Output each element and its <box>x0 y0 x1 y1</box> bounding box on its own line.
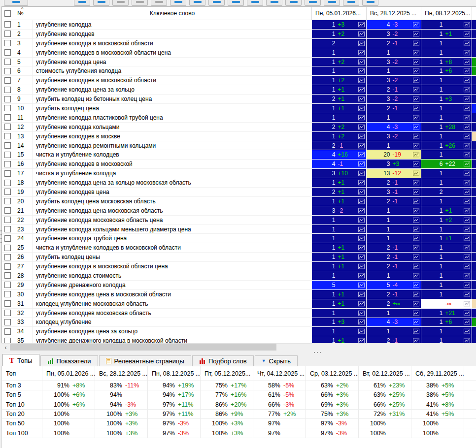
chart-icon[interactable] <box>413 198 419 204</box>
position-cell[interactable]: 1 <box>421 290 472 299</box>
chart-icon[interactable] <box>358 236 365 241</box>
row-checkbox[interactable] <box>4 254 11 260</box>
scrollbar-thumb[interactable] <box>10 344 276 351</box>
column-header-date-2[interactable]: Вс, 28.12.2025 ... <box>367 7 421 20</box>
chart-icon[interactable] <box>413 161 419 167</box>
chart-icon[interactable] <box>464 329 470 334</box>
row-checkbox[interactable] <box>4 272 11 279</box>
position-cell[interactable]: 2-1 <box>367 336 421 343</box>
chart-icon[interactable] <box>464 152 470 158</box>
chart-icon[interactable] <box>358 87 365 93</box>
row-checkbox[interactable] <box>4 235 11 242</box>
select-all-checkbox[interactable] <box>4 10 11 17</box>
chart-icon[interactable] <box>464 189 470 194</box>
row-checkbox[interactable] <box>4 207 11 214</box>
horizontal-scrollbar[interactable]: ‹ <box>1 343 476 351</box>
position-cell[interactable]: 2-1 <box>367 178 421 188</box>
column-header-date-3[interactable]: Пн, 08.12.2025... <box>421 7 472 20</box>
keyword-cell[interactable]: углубить колодец цена московская область <box>33 197 312 206</box>
position-cell[interactable]: 2-1 <box>367 197 421 206</box>
position-cell[interactable]: 3-2 <box>367 132 421 141</box>
pane-splitter[interactable] <box>0 351 476 354</box>
position-cell[interactable]: 1 <box>312 48 367 58</box>
chart-icon[interactable] <box>358 255 365 260</box>
toolbar-button[interactable] <box>208 0 225 6</box>
position-cell[interactable]: 1 <box>421 253 472 262</box>
chart-icon[interactable] <box>413 115 419 120</box>
chart-icon[interactable] <box>358 59 365 64</box>
position-cell[interactable]: 1 <box>312 216 367 225</box>
keyword-cell[interactable]: углубление колодца пластиковой трубой це… <box>33 113 312 123</box>
position-cell[interactable]: 2-1 <box>367 85 421 95</box>
chart-icon[interactable] <box>464 59 470 64</box>
chart-icon[interactable] <box>464 124 470 129</box>
keyword-cell[interactable]: углубление колодцев цена за кольцо <box>33 327 312 336</box>
chart-icon[interactable] <box>413 50 419 55</box>
position-cell[interactable]: 4+16 <box>312 150 367 160</box>
chart-icon[interactable] <box>358 40 365 46</box>
keyword-cell[interactable]: стоимость углубления колодца <box>33 66 312 76</box>
keyword-cell[interactable]: углубление колодца цена московская облас… <box>33 206 312 216</box>
position-cell[interactable]: 1 <box>367 271 421 281</box>
keyword-cell[interactable]: углубление колодца кольцами <box>33 123 312 132</box>
tops-column-header[interactable]: Вт, 02.12.2025 ... <box>359 366 411 381</box>
row-checkbox[interactable] <box>4 319 11 325</box>
position-cell[interactable]: 1 <box>312 327 367 336</box>
position-cell[interactable]: 2+∞ <box>367 299 421 309</box>
chart-icon[interactable] <box>464 143 470 148</box>
row-checkbox[interactable] <box>4 87 11 93</box>
row-checkbox[interactable] <box>4 59 11 65</box>
toolbar-button[interactable] <box>4 0 28 6</box>
position-cell[interactable]: 1+1 <box>312 299 367 309</box>
position-cell[interactable]: 6+22 <box>421 160 472 169</box>
chart-icon[interactable] <box>464 264 470 269</box>
position-cell[interactable]: 1+6 <box>421 318 472 327</box>
chart-icon[interactable] <box>464 133 470 139</box>
position-cell[interactable]: 2-1 <box>367 262 421 271</box>
position-cell[interactable]: 1 <box>421 20 472 30</box>
position-cell[interactable]: 1+21 <box>421 309 472 318</box>
chart-icon[interactable] <box>464 161 470 167</box>
position-cell[interactable]: 2 <box>421 188 472 197</box>
keyword-cell[interactable]: углубить колодец цены <box>33 253 312 262</box>
position-cell[interactable]: 1 <box>421 327 472 336</box>
position-cell[interactable]: 4-3 <box>367 123 421 132</box>
position-cell[interactable]: 3-2 <box>312 206 367 216</box>
chart-icon[interactable] <box>464 115 470 120</box>
chart-icon[interactable] <box>464 96 470 102</box>
position-cell[interactable]: 1 <box>421 76 472 85</box>
position-cell[interactable]: 1 <box>367 225 421 234</box>
chart-icon[interactable] <box>413 282 419 288</box>
position-cell[interactable]: 1 <box>421 132 472 141</box>
row-checkbox[interactable] <box>4 180 11 186</box>
position-cell[interactable]: 13-12 <box>367 169 421 178</box>
keyword-cell[interactable]: углубление колодцев в московской области <box>33 76 312 85</box>
tops-column-header[interactable]: Пн, 08.12.2025 ... <box>148 366 201 381</box>
chart-icon[interactable] <box>358 31 365 36</box>
chart-icon[interactable] <box>358 180 365 186</box>
tops-column-header[interactable]: Сб, 29.11.2025 ... <box>411 366 464 381</box>
keyword-cell[interactable]: углубление колодца в московской области … <box>33 262 312 271</box>
position-cell[interactable]: 1+2 <box>312 76 367 85</box>
position-cell[interactable]: 1 <box>421 243 472 253</box>
tops-column-header[interactable]: Чт, 04.12.2025 ... <box>253 366 306 381</box>
position-cell[interactable]: 1+1 <box>421 30 472 39</box>
row-checkbox[interactable] <box>4 152 11 158</box>
position-cell[interactable]: 1 <box>421 281 472 290</box>
position-cell[interactable]: 2-1 <box>312 141 367 151</box>
chart-icon[interactable] <box>413 208 419 213</box>
chart-icon[interactable] <box>413 264 419 269</box>
chart-icon[interactable] <box>413 310 419 316</box>
position-cell[interactable]: 1 <box>367 66 421 76</box>
position-cell[interactable]: 2-1 <box>367 290 421 299</box>
chart-icon[interactable] <box>464 180 470 186</box>
chart-icon[interactable] <box>358 329 365 334</box>
position-cell[interactable]: 1+1 <box>312 290 367 299</box>
position-cell[interactable]: 1 <box>367 309 421 318</box>
row-checkbox[interactable] <box>4 96 11 102</box>
keyword-cell[interactable]: углубление колодцев московская область <box>33 309 312 318</box>
chart-icon[interactable] <box>464 31 470 36</box>
chart-icon[interactable] <box>413 301 419 306</box>
keyword-cell[interactable]: углубление колодцев цена в московской об… <box>33 290 312 299</box>
position-cell[interactable]: 2+2 <box>312 123 367 132</box>
